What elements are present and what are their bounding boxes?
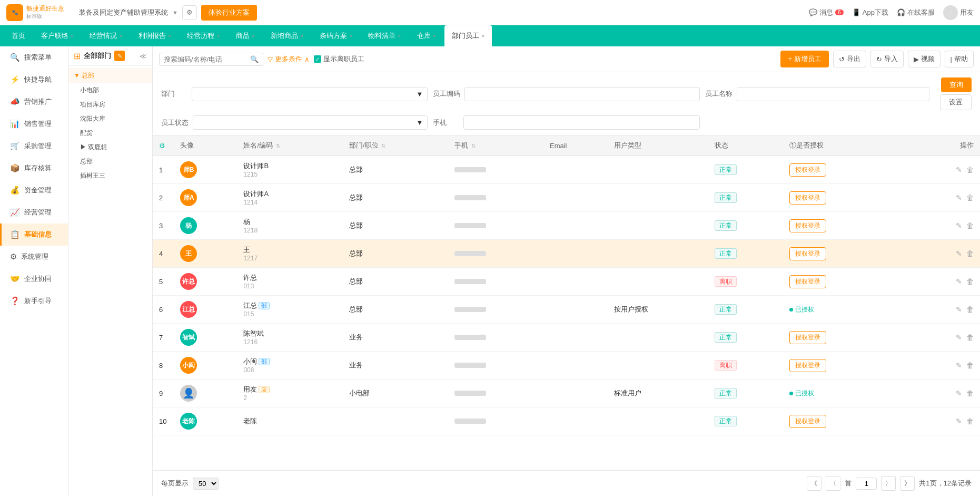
col-dept[interactable]: 部门/职位 ⇅ [343,135,448,156]
trial-button[interactable]: 体验行业方案 [201,5,257,21]
tab-history[interactable]: 经营历程× [180,25,227,46]
delete-icon[interactable]: 🗑 [966,249,974,258]
last-page-button[interactable]: 》 [900,476,915,491]
edit-icon[interactable]: ✎ [956,333,962,342]
emp-name-input[interactable] [737,87,929,101]
auth-login-button[interactable]: 授权登录 [789,163,826,177]
help-button[interactable]: | 帮助 [945,51,974,67]
dept-tree-item-headquarters-parent[interactable]: ▼ 总部 [68,68,152,83]
tab-profit[interactable]: 利润报告× [131,25,179,46]
sidebar-item-finance[interactable]: 💰 资金管理 [0,179,68,201]
auth-login-button[interactable]: 授权登录 [789,359,826,372]
auth-login-button[interactable]: 授权登录 [789,331,826,344]
delete-icon[interactable]: 🗑 [966,277,974,286]
dept-tree-item-hq[interactable]: 总部 [68,154,152,169]
tab-department[interactable]: 部门员工× [444,25,492,46]
delete-icon[interactable]: 🗑 [966,221,974,230]
delete-icon[interactable]: 🗑 [966,361,974,369]
sidebar-item-operations[interactable]: 📈 经营管理 [0,201,68,223]
close-icon[interactable]: × [252,33,255,39]
close-icon[interactable]: × [168,33,171,39]
col-phone[interactable]: 手机 ⇅ [448,135,543,156]
delete-icon[interactable]: 🗑 [966,417,974,425]
sidebar-item-system[interactable]: ⚙ 系统管理 [0,246,68,268]
add-employee-button[interactable]: + 新增员工 [780,51,828,67]
dept-edit-icon[interactable]: ✎ [114,51,125,61]
sidebar-item-inventory[interactable]: 📦 库存核算 [0,157,68,179]
tab-customer[interactable]: 客户联络× [34,25,81,46]
col-setting-icon[interactable]: ⚙ [159,142,165,150]
close-icon[interactable]: × [481,33,484,39]
dept-tree-item-plant[interactable]: 插树王三 [68,169,152,183]
edit-icon[interactable]: ✎ [956,249,962,258]
edit-icon[interactable]: ✎ [956,166,962,174]
edit-icon[interactable]: ✎ [956,389,962,397]
auth-login-button[interactable]: 授权登录 [789,275,826,288]
search-button[interactable]: 查询 [941,77,972,92]
tab-goods[interactable]: 商品× [229,25,262,46]
delete-icon[interactable]: 🗑 [966,193,974,202]
search-input-wrap[interactable]: 🔍 [159,53,263,66]
auth-login-button[interactable]: 授权登录 [789,415,826,428]
edit-icon[interactable]: ✎ [956,277,962,286]
sidebar-item-basic-info[interactable]: 📋 基础信息 [0,223,68,246]
user-area[interactable]: 用友 [943,5,974,20]
phone-sort-icon[interactable]: ⇅ [471,143,476,149]
sidebar-item-guide[interactable]: ❓ 新手引导 [0,290,68,312]
show-resigned-checkbox[interactable]: ✓ 显示离职员工 [314,54,364,64]
tab-home[interactable]: 首页 [4,25,33,46]
close-icon[interactable]: × [119,33,122,39]
tab-warehouse[interactable]: 仓库× [410,25,443,46]
sidebar-item-purchase[interactable]: 🛒 采购管理 [0,135,68,157]
dept-tree-item-project-warehouse[interactable]: 项目库房 [68,98,152,112]
emp-code-input[interactable] [464,87,699,101]
delete-icon[interactable]: 🗑 [966,166,974,174]
prev-page-button[interactable]: 〈 [826,476,840,491]
status-select[interactable]: ▼ [193,115,428,130]
message-button[interactable]: 💬 消息 6 [809,8,844,17]
close-icon[interactable]: × [300,33,303,39]
dept-tree-item-small-electric[interactable]: 小电部 [68,83,152,98]
dept-collapse-icon[interactable]: ≪ [140,52,147,60]
col-name[interactable]: 姓名/编码 ⇅ [237,135,342,156]
search-input[interactable] [164,55,248,63]
auth-login-button[interactable]: 授权登录 [789,219,826,232]
dept-tree-item-shenyang[interactable]: 沈阳大库 [68,112,152,126]
dept-sort-icon[interactable]: ⇅ [381,143,385,149]
dept-select[interactable]: ▼ [192,87,428,101]
dept-tree-item-shuanglu[interactable]: ▶ 双鹿想 [68,140,152,154]
close-icon[interactable]: × [349,33,352,39]
sidebar-item-collaboration[interactable]: 🤝 企业协同 [0,268,68,290]
tab-barcode[interactable]: 条码方案× [312,25,360,46]
close-icon[interactable]: × [216,33,220,39]
export-button[interactable]: ↺ 导出 [833,51,866,67]
auth-login-button[interactable]: 授权登录 [789,191,826,205]
close-icon[interactable]: × [433,33,436,39]
first-page-button[interactable]: 《 [807,476,821,491]
edit-icon[interactable]: ✎ [956,193,962,202]
online-service-button[interactable]: 🎧 在线客服 [897,8,935,17]
tab-business[interactable]: 经营情况× [82,25,130,46]
name-sort-icon[interactable]: ⇅ [276,143,280,149]
edit-icon[interactable]: ✎ [956,305,962,314]
sidebar-item-marketing[interactable]: 📣 营销推广 [0,91,68,113]
next-page-button[interactable]: 〉 [881,476,896,491]
sidebar-item-sales[interactable]: 📊 销售管理 [0,113,68,135]
close-icon[interactable]: × [71,33,74,39]
tab-add-goods[interactable]: 新增商品× [263,25,311,46]
filter-more-button[interactable]: ▽ 更多条件 ∧ [268,54,310,64]
edit-icon[interactable]: ✎ [956,417,962,425]
sidebar-item-search[interactable]: 🔍 搜索菜单 [0,46,68,69]
per-page-select[interactable]: 50 [193,478,219,490]
import-button[interactable]: ↻ 导入 [870,51,904,67]
tab-bom[interactable]: 物料清单× [361,25,408,46]
app-download-button[interactable]: 📱 App下载 [852,8,888,17]
view-button[interactable]: ▶ 视频 [908,51,941,67]
auth-login-button[interactable]: 授权登录 [789,247,826,260]
filter-setting-button[interactable]: 设置 [940,94,972,110]
sidebar-item-quick-nav[interactable]: ⚡ 快捷导航 [0,69,68,91]
dept-tree-item-distribution[interactable]: 配货 [68,126,152,140]
edit-icon[interactable]: ✎ [956,221,962,230]
settings-button[interactable]: ⚙ [182,5,197,20]
col-setting[interactable]: ⚙ [153,135,174,156]
